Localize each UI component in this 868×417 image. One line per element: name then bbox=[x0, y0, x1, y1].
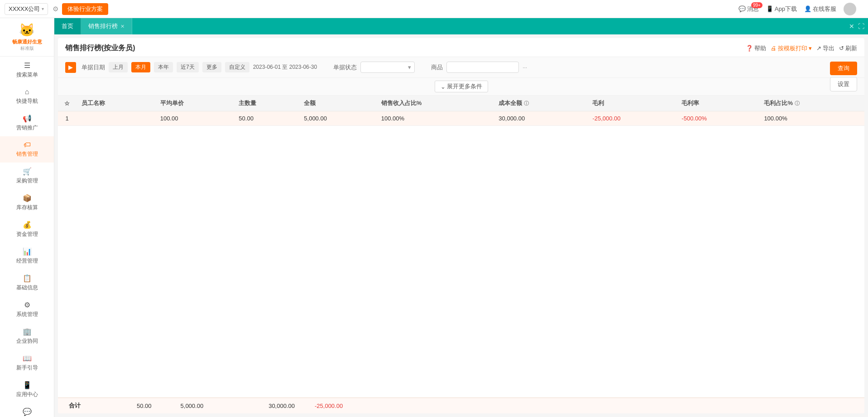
app-download-button[interactable]: 📱 App下载 bbox=[766, 5, 797, 13]
query-panel: 查询 设置 bbox=[823, 57, 864, 96]
page-content: 销售排行榜(按业务员) ❓ 帮助 🖨 按模板打印 ▾ ↗ 导出 bbox=[58, 38, 864, 413]
online-service-button[interactable]: 👤 在线客服 bbox=[804, 5, 836, 13]
sales-icon: 🏷 bbox=[24, 141, 31, 149]
sidebar-logo: 🐱 畅康通好生意 标准版 bbox=[0, 18, 54, 57]
cell-qty: 50.00 bbox=[233, 111, 298, 126]
sidebar-label-finance: 资金管理 bbox=[16, 230, 38, 238]
sidebar-item-app-center[interactable]: 📱 应用中心 bbox=[0, 376, 54, 403]
logo-text: 畅康通好生意 bbox=[12, 38, 42, 45]
goods-input[interactable] bbox=[446, 62, 519, 73]
chevron-down-icon: ⌄ bbox=[441, 83, 446, 90]
date-btn-more[interactable]: 更多 bbox=[202, 62, 221, 72]
company-selector[interactable]: XXXXX公司 ▾ bbox=[5, 3, 48, 15]
top-bar: XXXXX公司 ▾ ⚙ 体验行业方案 💬 消息 99+ 📱 App下载 👤 在线… bbox=[0, 0, 868, 18]
sidebar-item-wechat[interactable]: 💬 企业微信 bbox=[0, 403, 54, 417]
goods-label: 商品 bbox=[431, 63, 443, 72]
tab-sales-rank[interactable]: 销售排行榜 ✕ bbox=[81, 18, 132, 34]
col-avg-price: 平均单价 bbox=[155, 96, 234, 111]
search-menu-icon: ☰ bbox=[24, 61, 30, 70]
sidebar-label-sales: 销售管理 bbox=[16, 150, 38, 158]
company-name: XXXXX公司 bbox=[9, 5, 40, 13]
settings-icon[interactable]: ⚙ bbox=[53, 5, 58, 13]
tab-home[interactable]: 首页 bbox=[54, 18, 81, 34]
sidebar-item-system[interactable]: ⚙ 系统管理 bbox=[0, 296, 54, 323]
print-icon: 🖨 bbox=[771, 45, 777, 52]
expand-label: 展开更多条件 bbox=[447, 82, 482, 91]
filter-bar: ▶ 单据日期 上月 本月 本年 近7天 更多 自定义 2023-06-01 至 … bbox=[58, 57, 864, 78]
sidebar-label-inventory: 库存核算 bbox=[16, 204, 38, 211]
date-btn-this-month[interactable]: 本月 bbox=[131, 62, 150, 72]
goods-more-icon[interactable]: ··· bbox=[523, 64, 527, 71]
main-layout: 🐱 畅康通好生意 标准版 ☰ 搜索菜单 ⌂ 快捷导航 📢 营销推广 🏷 销售管理… bbox=[0, 18, 868, 417]
tab-sales-rank-label: 销售排行榜 bbox=[88, 22, 118, 30]
page-title: 销售排行榜(按业务员) bbox=[65, 43, 135, 53]
sidebar-item-enterprise[interactable]: 🏢 企业协同 bbox=[0, 323, 54, 350]
col-profit: 毛利 bbox=[587, 96, 676, 111]
sidebar-label-search: 搜索菜单 bbox=[16, 71, 38, 79]
cell-cost: 30,000.00 bbox=[493, 111, 587, 126]
tab-home-label: 首页 bbox=[62, 22, 73, 30]
footer-cost: 30,000.00 bbox=[263, 403, 300, 409]
refresh-button[interactable]: ↺ 刷新 bbox=[839, 44, 857, 53]
sidebar-item-finance[interactable]: 💰 资金管理 bbox=[0, 216, 54, 243]
tab-close-window-icon[interactable]: ✕ bbox=[849, 23, 854, 30]
table-footer: 合计 50.00 5,000.00 30,000.00 -25,000.00 bbox=[58, 398, 864, 413]
tab-bar: 首页 销售排行榜 ✕ ✕ ⛶ bbox=[54, 18, 868, 34]
col-qty: 主数量 bbox=[233, 96, 298, 111]
wechat-icon: 💬 bbox=[23, 407, 32, 416]
date-range: 2023-06-01 至 2023-06-30 bbox=[253, 63, 317, 71]
status-select-wrapper bbox=[360, 62, 415, 73]
operations-icon: 📊 bbox=[23, 247, 32, 256]
top-right-actions: 💬 消息 99+ 📱 App下载 👤 在线客服 bbox=[739, 3, 863, 15]
refresh-icon: ↺ bbox=[839, 45, 844, 52]
sidebar-item-inventory[interactable]: 📦 库存核算 bbox=[0, 189, 54, 216]
date-btn-7days[interactable]: 近7天 bbox=[177, 62, 199, 72]
col-name: 员工名称 bbox=[76, 96, 155, 111]
sidebar-label-operations: 经营管理 bbox=[16, 257, 38, 265]
print-chevron-icon: ▾ bbox=[809, 45, 812, 52]
profit-pct-info-icon[interactable]: ⓘ bbox=[795, 101, 800, 106]
sidebar: 🐱 畅康通好生意 标准版 ☰ 搜索菜单 ⌂ 快捷导航 📢 营销推广 🏷 销售管理… bbox=[0, 18, 54, 417]
tab-expand-icon[interactable]: ⛶ bbox=[858, 23, 864, 30]
expand-conditions-button[interactable]: ⌄ 展开更多条件 bbox=[435, 81, 488, 92]
tab-close-icon[interactable]: ✕ bbox=[120, 24, 125, 29]
col-amount: 全额 bbox=[298, 96, 376, 111]
status-select[interactable] bbox=[360, 62, 415, 73]
enterprise-icon: 🏢 bbox=[23, 327, 32, 336]
table-body: 1 100.00 50.00 5,000.00 100.00% 30,000.0… bbox=[58, 111, 864, 126]
filter-toggle-icon[interactable]: ▶ bbox=[65, 62, 76, 73]
app-center-icon: 📱 bbox=[23, 381, 32, 389]
message-button[interactable]: 💬 消息 99+ bbox=[739, 5, 759, 13]
sidebar-item-quick-nav[interactable]: ⌂ 快捷导航 bbox=[0, 83, 54, 110]
header-actions: ❓ 帮助 🖨 按模板打印 ▾ ↗ 导出 ↺ 刷新 bbox=[746, 44, 857, 53]
sidebar-item-guide[interactable]: 📖 新手引导 bbox=[0, 350, 54, 376]
sidebar-item-operations[interactable]: 📊 经营管理 bbox=[0, 243, 54, 269]
status-filter-row: 单据状态 bbox=[333, 62, 415, 73]
refresh-label: 刷新 bbox=[845, 44, 857, 53]
sidebar-label-purchase: 采购管理 bbox=[16, 177, 38, 185]
home-icon: ⌂ bbox=[25, 88, 29, 96]
export-button[interactable]: ↗ 导出 bbox=[816, 44, 834, 53]
sidebar-item-marketing[interactable]: 📢 营销推广 bbox=[0, 110, 54, 136]
logo-icon: 🐱 bbox=[19, 23, 35, 38]
date-btn-last-month[interactable]: 上月 bbox=[109, 62, 128, 72]
query-button[interactable]: 查询 bbox=[830, 62, 857, 75]
print-button[interactable]: 🖨 按模板打印 ▾ bbox=[771, 44, 812, 53]
sidebar-item-basic[interactable]: 📋 基础信息 bbox=[0, 269, 54, 296]
sidebar-item-purchase[interactable]: 🛒 采购管理 bbox=[0, 163, 54, 189]
content-area: 首页 销售排行榜 ✕ ✕ ⛶ 销售排行榜(按业务员) ❓ 帮助 bbox=[54, 18, 868, 417]
date-btn-this-year[interactable]: 本年 bbox=[154, 62, 173, 72]
date-btn-custom[interactable]: 自定义 bbox=[225, 62, 249, 72]
sidebar-item-sales[interactable]: 🏷 销售管理 bbox=[0, 136, 54, 163]
col-profit-pct-label: 毛利占比% bbox=[764, 100, 793, 106]
help-button[interactable]: ❓ 帮助 bbox=[746, 44, 766, 53]
cell-amount: 5,000.00 bbox=[298, 111, 376, 126]
cost-info-icon[interactable]: ⓘ bbox=[524, 101, 529, 106]
cell-profit-pct: 100.00% bbox=[758, 111, 864, 126]
sidebar-item-search[interactable]: ☰ 搜索菜单 bbox=[0, 57, 54, 83]
basic-icon: 📋 bbox=[23, 274, 32, 283]
trial-button[interactable]: 体验行业方案 bbox=[62, 3, 108, 15]
avatar[interactable] bbox=[844, 3, 856, 15]
set-button[interactable]: 设置 bbox=[830, 77, 857, 91]
service-label: 在线客服 bbox=[813, 5, 836, 13]
